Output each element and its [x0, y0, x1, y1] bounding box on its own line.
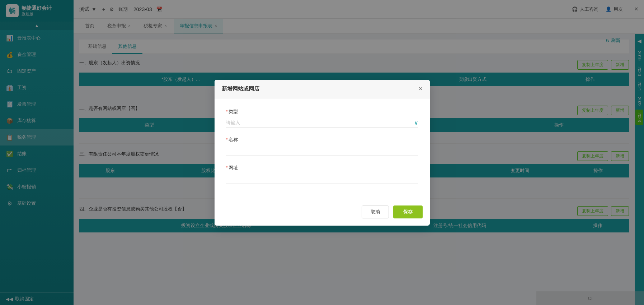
cancel-button[interactable]: 取消	[362, 205, 389, 218]
form-field-type: *类型 ∨	[226, 108, 418, 128]
form-field-url: *网址	[226, 165, 418, 184]
modal-close-button[interactable]: ×	[419, 86, 423, 92]
modal-overlay: 新增网站或网店 × *类型 ∨ *名称	[0, 0, 644, 305]
form-label-url: *网址	[226, 165, 418, 171]
form-label-type: *类型	[226, 108, 418, 115]
save-button[interactable]: 保存	[393, 205, 423, 218]
modal-body: *类型 ∨ *名称 *网址	[215, 98, 430, 201]
required-marker-url: *	[226, 165, 228, 170]
form-input-wrap-type: ∨	[226, 118, 418, 128]
form-field-name: *名称	[226, 137, 418, 156]
modal-title: 新增网站或网店	[222, 86, 259, 92]
form-input-wrap-name	[226, 146, 418, 156]
name-input[interactable]	[226, 146, 418, 156]
modal-add-website: 新增网站或网店 × *类型 ∨ *名称	[215, 80, 430, 226]
required-marker-type: *	[226, 109, 228, 114]
form-label-name: *名称	[226, 137, 418, 143]
modal-footer: 取消 保存	[215, 201, 430, 226]
required-marker-name: *	[226, 137, 228, 142]
modal-header: 新增网站或网店 ×	[215, 80, 430, 98]
type-input[interactable]	[226, 118, 418, 128]
url-input[interactable]	[226, 174, 418, 184]
form-input-wrap-url	[226, 174, 418, 184]
